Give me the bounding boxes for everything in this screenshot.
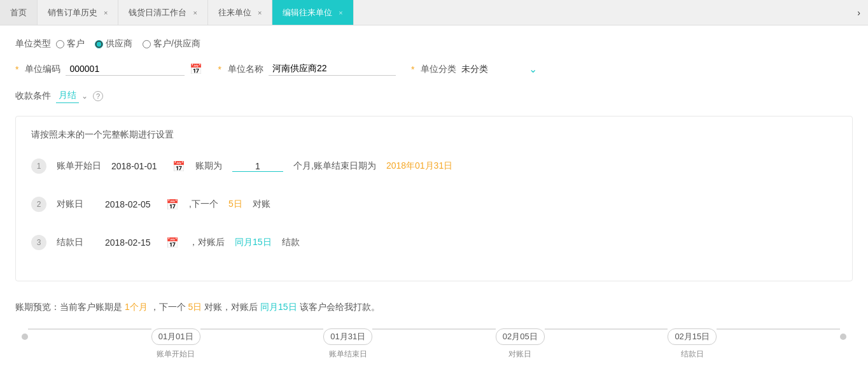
step-2-row: 2 对账日 2018-02-05 📅 ,下一个 5日 对账 (31, 192, 837, 217)
step-2-num: 2 (31, 197, 46, 212)
step-2-date: 2018-02-05 (105, 199, 156, 209)
category-group: * 单位分类 未分类 ⌄ (411, 63, 537, 75)
radio-both[interactable]: 客户/供应商 (143, 38, 200, 50)
tab-home[interactable]: 首页 (0, 0, 38, 25)
step-2-prefix: ,下一个 (189, 199, 218, 210)
step-1-period-input[interactable] (232, 161, 283, 172)
tab-sales-history[interactable]: 销售订单历史 × (38, 0, 118, 25)
timeline-label-2: 账单结束日 (329, 349, 367, 360)
timeline-node-3: 02月05日 对账日 (496, 328, 545, 360)
payment-row: 收款条件 月结 ⌄ ? (15, 88, 853, 103)
code-calendar-icon[interactable]: 📅 (190, 63, 202, 75)
step-2-highlight: 5日 (228, 199, 242, 210)
timeline-dot-left (22, 334, 28, 340)
step-2-label: 对账日 (57, 199, 95, 210)
step-1-calendar-icon[interactable]: 📅 (172, 160, 185, 172)
category-label: 单位分类 (421, 64, 456, 75)
radio-supplier[interactable]: 供应商 (95, 38, 132, 50)
timeline-line-1 (28, 328, 151, 330)
settings-panel: 请按照未来的一个完整帐期进行设置 1 账单开始日 2018-01-01 📅 账期… (15, 116, 853, 281)
step-3-label: 结款日 (57, 237, 95, 248)
tab-cashier[interactable]: 钱货日清工作台 × (118, 0, 207, 25)
code-input[interactable] (66, 62, 185, 76)
radio-supplier-input[interactable] (95, 40, 103, 48)
timeline-seg3 (372, 328, 496, 330)
category-select[interactable]: 未分类 ⌄ (461, 63, 537, 75)
step-1-suffix: 个月,账单结束日期为 (293, 160, 376, 172)
timeline-left-dot (22, 334, 28, 340)
timeline-seg1 (28, 328, 151, 330)
step-3-row: 3 结款日 2018-02-15 📅 ，对账后 同月15日 结款 (31, 230, 837, 255)
radio-customer[interactable]: 客户 (56, 38, 85, 50)
timeline-bubble-4: 02月15日 (668, 328, 717, 345)
step-3-num: 3 (31, 235, 46, 250)
preview-section: 账期预览：当前客户账期是 1个月 ，下一个 5日 对账，对账后 同月15日 该客… (15, 292, 853, 372)
timeline-label-3: 对账日 (508, 349, 531, 360)
payment-value[interactable]: 月结 (56, 88, 79, 103)
step-1-date: 2018-01-01 (111, 161, 162, 171)
preview-part3: 同月15日 (260, 302, 297, 312)
close-tab-edit-partner[interactable]: × (339, 9, 342, 17)
step-1-end-date: 2018年01月31日 (386, 160, 452, 172)
unit-type-row: 单位类型 客户 供应商 客户/供应商 (15, 38, 853, 50)
tab-partner[interactable]: 往来单位 × (208, 0, 272, 25)
category-chevron-icon[interactable]: ⌄ (529, 63, 537, 75)
unit-type-group: 单位类型 客户 供应商 客户/供应商 (15, 38, 200, 50)
step-3-calendar-icon[interactable]: 📅 (166, 237, 179, 249)
tab-bar: 首页 销售订单历史 × 钱货日清工作台 × 往来单位 × 编辑往来单位 × › (0, 0, 868, 25)
timeline-seg5 (717, 328, 840, 330)
timeline-dot-right (840, 334, 846, 340)
preview-sep1: ，下一个 (150, 302, 186, 312)
timeline: 01月01日 账单开始日 01月31日 账单结束日 02月05日 对账日 (15, 328, 853, 360)
name-group: * 单位名称 (218, 62, 395, 76)
timeline-bubble-2: 01月31日 (323, 328, 372, 345)
timeline-bubble-1: 01月01日 (151, 328, 200, 345)
timeline-seg4 (545, 328, 668, 330)
preview-suffix: 该客户会给我打款。 (300, 302, 380, 312)
tab-list-chevron[interactable]: › (850, 0, 868, 25)
category-required: * (411, 64, 414, 74)
timeline-line-5 (717, 328, 840, 330)
main-content: 单位类型 客户 供应商 客户/供应商 * 单位编码 (0, 25, 868, 387)
payment-group: 收款条件 月结 ⌄ ? (15, 88, 103, 103)
timeline-label-1: 账单开始日 (157, 349, 195, 360)
preview-text: 账期预览：当前客户账期是 1个月 ，下一个 5日 对账，对账后 同月15日 该客… (15, 302, 853, 313)
step-3-prefix: ，对账后 (189, 237, 225, 248)
name-required: * (218, 64, 221, 74)
tab-edit-partner[interactable]: 编辑往来单位 × (272, 0, 353, 25)
step-1-num: 1 (31, 158, 46, 174)
close-tab-sales-history[interactable]: × (104, 9, 108, 17)
timeline-line-2 (200, 328, 324, 330)
timeline-node-2: 01月31日 账单结束日 (323, 328, 372, 360)
payment-chevron-icon[interactable]: ⌄ (81, 92, 88, 101)
timeline-label-4: 结款日 (681, 349, 704, 360)
close-tab-partner[interactable]: × (258, 9, 262, 17)
step-1-mid: 账期为 (195, 160, 222, 172)
name-input[interactable] (269, 62, 396, 76)
tab-expander (354, 0, 850, 25)
timeline-line-4 (545, 328, 668, 330)
step-3-highlight: 同月15日 (235, 237, 272, 248)
preview-prefix: 账期预览：当前客户账期是 (15, 302, 122, 312)
step-2-calendar-icon[interactable]: 📅 (166, 199, 179, 211)
code-required: * (15, 64, 18, 74)
payment-help-icon[interactable]: ? (93, 91, 103, 101)
unit-type-radios: 客户 供应商 客户/供应商 (56, 38, 200, 50)
timeline-node-1: 01月01日 账单开始日 (151, 328, 200, 360)
step-3-suffix: 结款 (282, 237, 300, 248)
step-3-date: 2018-02-15 (105, 237, 156, 248)
code-label: 单位编码 (25, 64, 60, 75)
radio-customer-input[interactable] (56, 40, 64, 48)
radio-both-input[interactable] (143, 40, 151, 48)
code-name-row: * 单位编码 📅 * 单位名称 * 单位分类 未分类 ⌄ (15, 62, 853, 76)
name-label: 单位名称 (228, 64, 263, 75)
timeline-bubble-3: 02月05日 (496, 328, 545, 345)
payment-dropdown: 月结 ⌄ (56, 88, 88, 103)
step-2-suffix: 对账 (253, 199, 270, 210)
timeline-line-3 (372, 328, 496, 330)
close-tab-cashier[interactable]: × (193, 9, 197, 17)
preview-part1: 1个月 (125, 302, 148, 312)
preview-sep2: 对账，对账后 (204, 302, 258, 312)
payment-label: 收款条件 (15, 90, 51, 102)
category-value: 未分类 (461, 64, 525, 75)
